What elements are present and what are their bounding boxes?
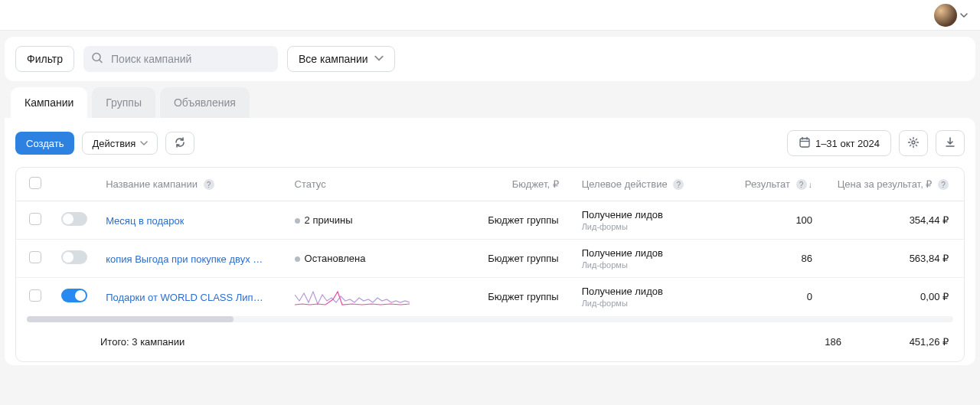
all-campaigns-label: Все кампании [299, 53, 368, 65]
status-text: 2 причины [305, 214, 353, 226]
refresh-icon [174, 136, 186, 151]
totals-price: 451,26 ₽ [910, 336, 949, 348]
table-row: Месяц в подарок2 причиныБюджет группыПол… [16, 201, 964, 240]
goal-main: Получение лидов [582, 286, 706, 297]
campaign-name-link[interactable]: копия Выгода при покупке двух … [106, 253, 263, 265]
horizontal-scrollbar[interactable] [27, 316, 953, 322]
totals-table: Итого: 3 кампании 186 451,26 ₽ [16, 322, 964, 361]
settings-button[interactable] [899, 130, 928, 156]
chevron-down-icon [960, 11, 968, 19]
totals-row: Итого: 3 кампании 186 451,26 ₽ [16, 322, 964, 361]
table-row: Подарки от WORLD CLASS Липе…Бюджет групп… [16, 278, 964, 316]
totals-result: 186 [825, 336, 841, 348]
help-icon[interactable]: ? [673, 179, 684, 190]
create-button[interactable]: Создать [15, 132, 74, 155]
budget-cell: Бюджет группы [475, 201, 574, 240]
goal-main: Получение лидов [582, 247, 706, 259]
column-result[interactable]: Результат [745, 178, 790, 190]
campaigns-table: Название кампании ? Статус Бюджет, ₽ Цел… [16, 168, 964, 315]
status-dot-icon [295, 218, 300, 224]
all-campaigns-dropdown[interactable]: Все кампании [287, 46, 395, 72]
tab-campaigns[interactable]: Кампании [11, 87, 87, 118]
actions-dropdown[interactable]: Действия [82, 132, 158, 155]
help-icon[interactable]: ? [204, 179, 214, 190]
column-goal[interactable]: Целевое действие [582, 178, 668, 190]
campaign-name-link[interactable]: Подарки от WORLD CLASS Липе… [106, 292, 266, 303]
date-range-picker[interactable]: 1–31 окт 2024 [787, 130, 891, 156]
chevron-down-icon [140, 138, 148, 149]
goal-sub: Лид-формы [582, 222, 706, 231]
download-button[interactable] [936, 130, 965, 156]
status-text: Остановлена [305, 253, 366, 264]
row-checkbox[interactable] [29, 289, 41, 302]
calendar-icon [799, 136, 811, 151]
table-panel: Создать Действия 1–31 окт 2024 [5, 118, 975, 365]
search-icon [91, 52, 103, 67]
column-name[interactable]: Название кампании [106, 178, 198, 190]
totals-label: Итого: 3 кампании [100, 336, 185, 348]
column-price[interactable]: Цена за результат, ₽ [838, 178, 933, 190]
table-header-row: Название кампании ? Статус Бюджет, ₽ Цел… [16, 168, 964, 201]
sparkline-chart [295, 287, 410, 307]
result-cell: 0 [714, 278, 820, 316]
svg-line-1 [100, 60, 102, 63]
result-cell: 100 [714, 201, 820, 240]
goal-sub: Лид-формы [582, 299, 706, 308]
row-checkbox[interactable] [29, 213, 41, 225]
table-row: копия Выгода при покупке двух …Остановле… [16, 240, 964, 278]
campaigns-table-wrap: Название кампании ? Статус Бюджет, ₽ Цел… [15, 167, 965, 362]
sort-desc-icon[interactable]: ↓ [808, 180, 813, 189]
goal-main: Получение лидов [582, 209, 706, 220]
gear-icon [907, 136, 920, 151]
actions-label: Действия [92, 138, 136, 149]
tabs: Кампании Группы Объявления [0, 87, 980, 118]
budget-cell: Бюджет группы [475, 278, 574, 316]
svg-point-6 [912, 141, 915, 144]
help-icon[interactable]: ? [796, 179, 807, 190]
avatar [934, 4, 957, 27]
search-input[interactable] [83, 46, 278, 72]
help-icon[interactable]: ? [938, 179, 949, 190]
row-checkbox[interactable] [29, 251, 41, 263]
goal-sub: Лид-формы [582, 260, 706, 269]
date-range-label: 1–31 окт 2024 [815, 138, 880, 149]
filter-bar: Фильтр Все кампании [5, 37, 975, 81]
result-cell: 86 [714, 240, 820, 278]
select-all-checkbox[interactable] [29, 177, 41, 189]
status-dot-icon [295, 256, 300, 262]
table-toolbar: Создать Действия 1–31 окт 2024 [5, 127, 975, 167]
chevron-down-icon [374, 53, 384, 65]
price-cell: 354,44 ₽ [820, 201, 964, 240]
budget-cell: Бюджет группы [475, 240, 574, 278]
column-status[interactable]: Статус [295, 178, 326, 190]
scroll-thumb[interactable] [27, 316, 234, 322]
price-cell: 0,00 ₽ [820, 278, 964, 316]
refresh-button[interactable] [165, 132, 194, 155]
price-cell: 563,84 ₽ [820, 240, 964, 278]
topbar [0, 0, 980, 31]
campaign-name-link[interactable]: Месяц в подарок [106, 215, 184, 227]
search-wrapper [83, 46, 278, 72]
row-toggle[interactable] [61, 289, 87, 302]
tab-groups[interactable]: Группы [92, 87, 155, 118]
tab-ads[interactable]: Объявления [160, 87, 250, 118]
download-icon [944, 136, 956, 151]
row-toggle[interactable] [61, 212, 87, 226]
account-menu[interactable] [934, 4, 968, 27]
row-toggle[interactable] [61, 250, 87, 264]
column-budget[interactable]: Бюджет, ₽ [512, 178, 559, 190]
svg-rect-2 [800, 139, 809, 147]
filter-button[interactable]: Фильтр [15, 46, 74, 72]
